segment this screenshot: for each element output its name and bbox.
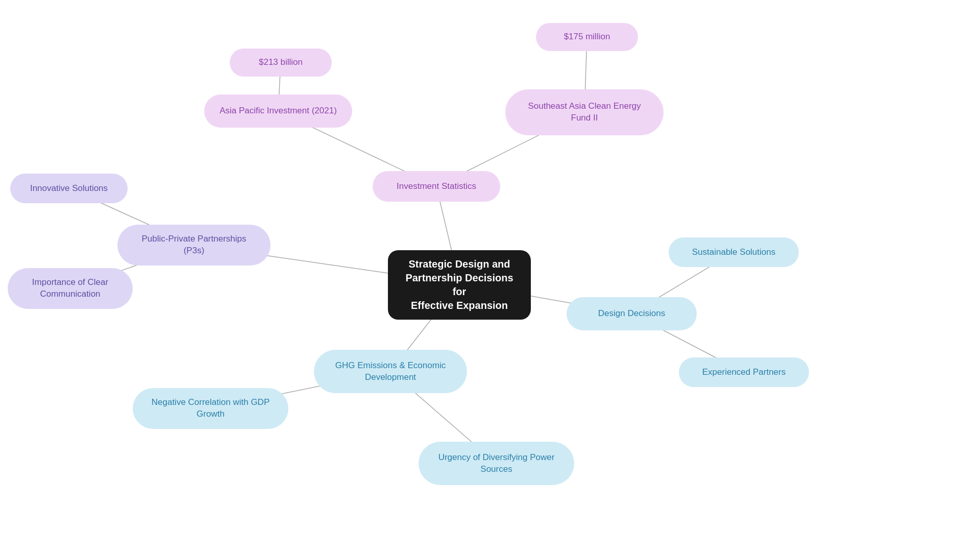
investment-statistics-label: Investment Statistics xyxy=(397,181,476,193)
175-million-node: $175 million xyxy=(536,23,638,51)
213-billion-label: $213 billion xyxy=(259,57,303,68)
175-million-label: $175 million xyxy=(564,31,610,43)
experienced-partners-label: Experienced Partners xyxy=(702,367,786,378)
sustainable-solutions-node: Sustainable Solutions xyxy=(669,237,799,267)
sustainable-solutions-label: Sustainable Solutions xyxy=(692,247,776,258)
negative-correlation-label: Negative Correlation with GDP Growth xyxy=(152,397,270,420)
center-label: Strategic Design and Partnership Decisio… xyxy=(399,257,520,312)
investment-statistics-node: Investment Statistics xyxy=(373,171,500,202)
experienced-partners-node: Experienced Partners xyxy=(679,357,809,387)
innovative-solutions-node: Innovative Solutions xyxy=(10,174,128,203)
urgency-diversifying-label: Urgency of Diversifying Power Sources xyxy=(438,452,555,475)
sea-clean-energy-node: Southeast Asia Clean Energy Fund II xyxy=(505,89,664,135)
p3s-node: Public-Private Partnerships (P3s) xyxy=(117,225,271,266)
urgency-diversifying-node: Urgency of Diversifying Power Sources xyxy=(419,442,574,485)
asia-pacific-node: Asia Pacific Investment (2021) xyxy=(204,94,352,128)
213-billion-node: $213 billion xyxy=(230,49,332,77)
design-decisions-label: Design Decisions xyxy=(598,308,665,320)
ghg-emissions-label: GHG Emissions & Economic Development xyxy=(335,360,446,383)
innovative-solutions-label: Innovative Solutions xyxy=(30,183,108,195)
negative-correlation-node: Negative Correlation with GDP Growth xyxy=(133,388,288,429)
importance-clear-label: Importance of Clear Communication xyxy=(32,277,108,300)
sea-clean-energy-label: Southeast Asia Clean Energy Fund II xyxy=(528,101,641,124)
design-decisions-node: Design Decisions xyxy=(567,297,697,330)
asia-pacific-label: Asia Pacific Investment (2021) xyxy=(219,105,337,117)
importance-clear-node: Importance of Clear Communication xyxy=(8,268,133,309)
ghg-emissions-node: GHG Emissions & Economic Development xyxy=(314,350,467,393)
p3s-label: Public-Private Partnerships (P3s) xyxy=(141,233,246,257)
center-node: Strategic Design and Partnership Decisio… xyxy=(388,250,531,320)
